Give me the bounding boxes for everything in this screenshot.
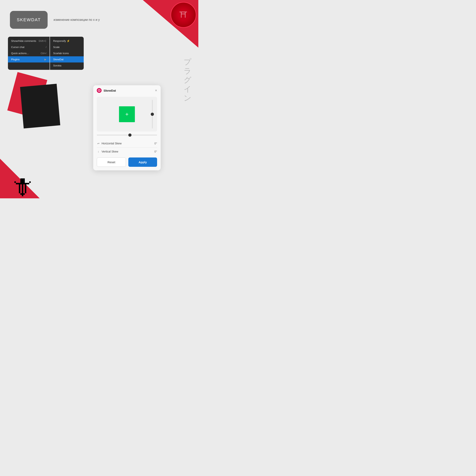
panel-title: SkewDat (103, 89, 116, 92)
logo-area: SKEWDAT изменение композиции по х и у (10, 11, 100, 29)
menu-item-quick-actions[interactable]: Quick actions... Ctrl+/ (8, 50, 50, 56)
menu-item-soroka[interactable]: Soroka (50, 63, 84, 69)
panel-body: + ⇌ Horizontal Skew 0° ↕ Ve (93, 95, 161, 170)
samurai-circle: ⛩ (170, 2, 196, 28)
menu-item-shortcut: Shift+C (38, 40, 46, 42)
logo-box: SKEWDAT (10, 11, 48, 29)
reset-button[interactable]: Reset (97, 157, 126, 167)
context-menu: Show/Hide comments Shift+C Cursor chat /… (8, 37, 84, 70)
divider (97, 147, 157, 148)
horizontal-slider-wrap (97, 133, 157, 137)
jp-char-5: ン (184, 94, 191, 103)
menu-item-label: Scarlab Icons (53, 52, 69, 55)
menu-item-show-hide[interactable]: Show/Hide comments Shift+C (8, 38, 50, 44)
horizontal-skew-icon: ⇌ (97, 142, 100, 145)
vertical-skew-label-area: ↕ Vertical Skew (97, 150, 118, 153)
panel-title-area: SkewDat (97, 88, 116, 93)
menu-item-label: Cursor chat (11, 46, 24, 49)
menu-item-label: Plugins (11, 58, 20, 61)
panel-buttons: Reset Apply (97, 157, 157, 167)
horizontal-slider-thumb[interactable] (128, 134, 132, 137)
vertical-skew-value: 0° (154, 150, 157, 153)
menu-left: Show/Hide comments Shift+C Cursor chat /… (8, 37, 50, 70)
jp-char-3: グ (184, 76, 191, 85)
menu-item-plugins[interactable]: Plugins ▶ (8, 56, 50, 63)
panel-header: SkewDat × (93, 85, 161, 95)
horizontal-skew-row: ⇌ Horizontal Skew 0° (97, 140, 157, 147)
menu-item-label: Responsify ⚡ (53, 39, 70, 42)
menu-item-label: Show/Hide comments (11, 39, 36, 42)
horizontal-skew-value: 0° (154, 142, 157, 145)
logo-subtitle: изменение композиции по х и у (53, 18, 100, 22)
green-box: + (119, 106, 135, 122)
menu-item-label: Soroka (53, 64, 61, 67)
menu-item-shortcut: / (46, 46, 46, 49)
menu-item-scarlab[interactable]: Scarlab Icons (50, 50, 84, 56)
menu-item-label: Scale (53, 46, 60, 49)
menu-right: Responsify ⚡ Scale Scarlab Icons SkewDat… (50, 37, 84, 70)
plugin-logo-icon (98, 89, 101, 92)
logo-text: SKEWDAT (17, 17, 41, 22)
horizontal-slider-track[interactable] (97, 135, 157, 136)
menu-item-skewdat[interactable]: SkewDat (50, 56, 84, 63)
menu-item-label: SkewDat (53, 58, 64, 61)
jp-char-4: イ (184, 85, 191, 94)
close-button[interactable]: × (155, 89, 157, 92)
horizontal-skew-label-area: ⇌ Horizontal Skew (97, 142, 121, 145)
plugin-panel: SkewDat × + ⇌ Horizontal Skew 0 (93, 85, 161, 170)
panel-icon (97, 88, 102, 93)
decorative-black-shape (20, 84, 60, 128)
svg-point-1 (99, 90, 100, 91)
canvas-area: + (97, 97, 157, 132)
submenu-arrow-icon: ▶ (44, 58, 46, 61)
samurai-icon: ⛩ (180, 11, 187, 19)
menu-item-label: Quick actions... (11, 52, 29, 55)
vertical-slider-thumb[interactable] (151, 113, 154, 116)
menu-item-responsify[interactable]: Responsify ⚡ (50, 38, 84, 44)
vertical-skew-icon: ↕ (97, 150, 100, 153)
menu-item-cursor-chat[interactable]: Cursor chat / (8, 44, 50, 50)
japanese-chars: プ ラ グ イ ン (184, 57, 191, 103)
vertical-slider[interactable] (152, 100, 153, 129)
plus-icon: + (125, 111, 129, 117)
samurai-warrior-icon: 🗡 (10, 174, 34, 198)
menu-item-shortcut: Ctrl+/ (41, 52, 46, 55)
vertical-skew-row: ↕ Vertical Skew 0° (97, 148, 157, 155)
horizontal-skew-label: Horizontal Skew (102, 142, 121, 145)
jp-char-2: ラ (184, 67, 191, 76)
apply-button[interactable]: Apply (128, 157, 157, 167)
menu-item-scale[interactable]: Scale (50, 44, 84, 50)
jp-char-1: プ (184, 57, 191, 67)
samurai-warrior: 🗡 (0, 145, 44, 198)
vertical-skew-label: Vertical Skew (102, 150, 118, 153)
